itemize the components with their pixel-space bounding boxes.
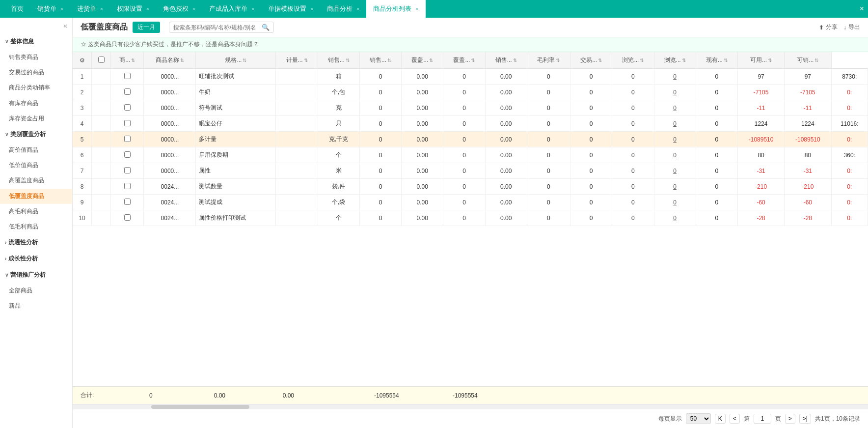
close-permission-icon[interactable]: × [146, 6, 149, 12]
row-checkbox[interactable] [124, 151, 131, 158]
search-icon[interactable]: 🔍 [262, 24, 270, 31]
browse-link[interactable]: 0 [673, 105, 677, 112]
col-coverage2[interactable]: 覆盖...⇅ [443, 52, 485, 69]
cell-browse1[interactable]: 0 [654, 195, 696, 210]
sidebar-item-category-rate[interactable]: 商品分类动销率 [0, 80, 72, 95]
cell-checkbox[interactable] [111, 69, 144, 85]
col-sales-amt[interactable]: 销售...⇅ [359, 52, 401, 69]
sidebar-item-new-goods[interactable]: 新品 [0, 298, 72, 314]
first-page-button[interactable]: K [715, 414, 726, 424]
cell-checkbox[interactable] [111, 100, 144, 116]
browse-link[interactable]: 0 [673, 199, 677, 206]
share-button[interactable]: ⬆ 分享 [819, 23, 838, 31]
browse-link[interactable]: 0 [673, 183, 677, 190]
col-unit[interactable]: 计量...⇅ [276, 52, 318, 69]
cell-checkbox[interactable] [111, 116, 144, 132]
close-purchase-icon[interactable]: × [100, 6, 103, 12]
table-wrapper[interactable]: ⚙ 商...⇅ 商品名称⇅ 规格...⇅ 计量...⇅ 销售...⇅ 销售...… [73, 52, 868, 386]
last-page-button[interactable]: >| [799, 414, 811, 424]
col-code[interactable]: 商...⇅ [111, 52, 144, 69]
sidebar-item-all-goods[interactable]: 全部商品 [0, 283, 72, 298]
sidebar-item-high-value[interactable]: 高价值商品 [0, 143, 72, 158]
sidebar-item-stock-goods[interactable]: 有库存商品 [0, 96, 72, 111]
sidebar-section-coverage[interactable]: ∨ 类别覆盖分析 [0, 126, 72, 143]
browse-link[interactable]: 0 [673, 89, 677, 96]
cell-browse1[interactable]: 0 [654, 69, 696, 85]
cell-browse1[interactable]: 0 [654, 116, 696, 132]
row-checkbox[interactable] [124, 167, 131, 173]
col-saleable[interactable]: 可销...⇅ [785, 52, 831, 69]
browse-link[interactable]: 0 [673, 136, 677, 143]
col-current-stock[interactable]: 现有...⇅ [696, 52, 737, 69]
sidebar-section-liquidity[interactable]: › 流通性分析 [0, 234, 72, 251]
sidebar-item-traded-goods[interactable]: 交易过的商品 [0, 65, 72, 80]
sidebar-item-high-gross[interactable]: 高毛利商品 [0, 204, 72, 219]
nav-tab-finished[interactable]: 产成品入库单 × [202, 0, 261, 18]
cell-checkbox[interactable] [111, 85, 144, 100]
per-page-select[interactable]: 50 100 200 [686, 413, 711, 424]
sidebar-section-marketing[interactable]: ∨ 营销推广分析 [0, 267, 72, 283]
sidebar-item-low-value[interactable]: 低价值商品 [0, 158, 72, 173]
sidebar-item-stock-capital[interactable]: 库存资金占用 [0, 111, 72, 126]
sidebar-item-sales-goods[interactable]: 销售类商品 [0, 50, 72, 65]
search-input[interactable] [173, 24, 262, 31]
nav-tab-sales[interactable]: 销货单 × [30, 0, 70, 18]
col-transaction[interactable]: 交易...⇅ [570, 52, 612, 69]
row-checkbox[interactable] [124, 183, 131, 189]
row-checkbox[interactable] [124, 199, 131, 205]
col-spec[interactable]: 规格...⇅ [196, 52, 276, 69]
row-checkbox[interactable] [124, 136, 131, 142]
nav-tab-role[interactable]: 角色授权 × [156, 0, 202, 18]
cell-checkbox[interactable] [111, 195, 144, 210]
close-template-icon[interactable]: × [310, 6, 313, 12]
col-browse2[interactable]: 浏览...⇅ [654, 52, 696, 69]
browse-link[interactable]: 0 [673, 152, 677, 159]
sidebar-collapse-button[interactable]: « [0, 18, 72, 33]
col-sales-qty[interactable]: 销售...⇅ [318, 52, 359, 69]
prev-page-button[interactable]: < [730, 414, 740, 424]
nav-tab-permission[interactable]: 权限设置 × [110, 0, 156, 18]
cell-browse1[interactable]: 0 [654, 163, 696, 179]
browse-link[interactable]: 0 [673, 120, 677, 127]
page-input[interactable] [754, 414, 771, 424]
browse-link[interactable]: 0 [673, 168, 677, 174]
col-checkbox[interactable] [92, 52, 111, 69]
time-filter-button[interactable]: 近一月 [133, 22, 160, 33]
col-sales3[interactable]: 销售...⇅ [485, 52, 527, 69]
sidebar-item-low-gross[interactable]: 低毛利商品 [0, 219, 72, 234]
sidebar-item-high-coverage[interactable]: 高覆盖度商品 [0, 173, 72, 188]
select-all-checkbox[interactable] [98, 57, 105, 63]
cell-checkbox[interactable] [111, 210, 144, 226]
cell-browse1[interactable]: 0 [654, 147, 696, 163]
cell-checkbox[interactable] [111, 147, 144, 163]
cell-browse1[interactable]: 0 [654, 179, 696, 195]
col-coverage1[interactable]: 覆盖...⇅ [402, 52, 443, 69]
sidebar-section-overall[interactable]: ∨ 整体信息 [0, 33, 72, 50]
nav-tab-purchase[interactable]: 进货单 × [70, 0, 110, 18]
nav-tab-analysis[interactable]: 商品分析 × [320, 0, 366, 18]
cell-checkbox[interactable] [111, 163, 144, 179]
row-checkbox[interactable] [124, 214, 131, 221]
close-role-icon[interactable]: × [192, 6, 195, 12]
next-page-button[interactable]: > [785, 414, 795, 424]
settings-icon[interactable]: ⚙ [80, 57, 85, 64]
browse-link[interactable]: 0 [673, 73, 677, 80]
browse-link[interactable]: 0 [673, 215, 677, 222]
export-button[interactable]: ↓ 导出 [843, 23, 860, 31]
nav-tab-home[interactable]: 首页 [4, 0, 30, 18]
sidebar-section-growth[interactable]: › 成长性分析 [0, 251, 72, 267]
horizontal-scrollbar[interactable] [73, 404, 868, 409]
close-analysis-icon[interactable]: × [356, 6, 359, 12]
cell-browse1[interactable]: 0 [654, 85, 696, 100]
cell-browse1[interactable]: 0 [654, 100, 696, 116]
col-browse1[interactable]: 浏览...⇅ [612, 52, 654, 69]
row-checkbox[interactable] [124, 104, 131, 111]
close-finished-icon[interactable]: × [251, 6, 254, 12]
row-checkbox[interactable] [124, 120, 131, 126]
nav-tab-template[interactable]: 单据模板设置 × [261, 0, 320, 18]
nav-tab-analysis-list[interactable]: 商品分析列表 × [366, 0, 425, 18]
sidebar-item-low-coverage[interactable]: 低覆盖度商品 [0, 189, 72, 204]
row-checkbox[interactable] [124, 88, 131, 95]
col-gross-margin[interactable]: 毛利率⇅ [527, 52, 570, 69]
close-analysis-list-icon[interactable]: × [415, 6, 418, 12]
